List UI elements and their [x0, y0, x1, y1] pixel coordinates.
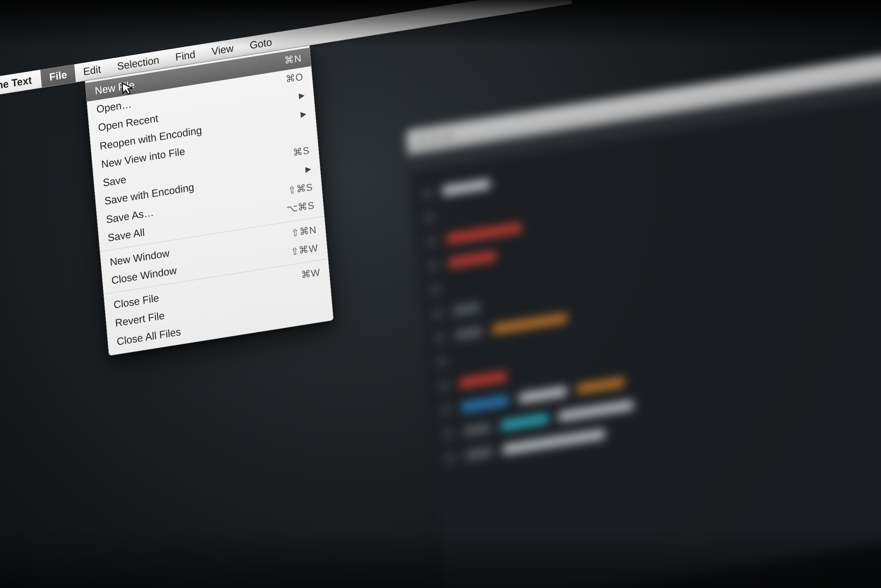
menubar-app-title[interactable]: Sublime Text	[0, 69, 42, 100]
menu-item-shortcut: ⇧⌘W	[290, 242, 319, 258]
menu-item-shortcut: ⌘W	[300, 266, 321, 281]
menu-item-label: Save All	[107, 226, 145, 244]
submenu-arrow-icon: ▶	[299, 90, 305, 100]
menu-item-shortcut: ⌘S	[293, 144, 310, 159]
submenu-arrow-icon: ▶	[305, 164, 311, 174]
desktop-background: Sublime Text File Edit Selection Find Vi…	[0, 0, 881, 588]
menu-item-shortcut: ⇧⌘N	[291, 223, 317, 240]
menu-item-label: Save	[102, 173, 127, 189]
menu-item-label: Open…	[96, 98, 132, 116]
file-menu-dropdown: New File ⌘N Open… ⌘O Open Recent ▶ Reope…	[85, 45, 334, 356]
menu-item-shortcut: ⌘O	[285, 70, 303, 86]
menu-item-shortcut: ⌥⌘S	[286, 199, 315, 216]
submenu-arrow-icon: ▶	[300, 109, 307, 119]
menubar-item-file[interactable]: File	[41, 64, 76, 88]
menu-item-shortcut: ⌘N	[284, 52, 302, 67]
menu-item-shortcut: ⇧⌘S	[288, 181, 314, 197]
